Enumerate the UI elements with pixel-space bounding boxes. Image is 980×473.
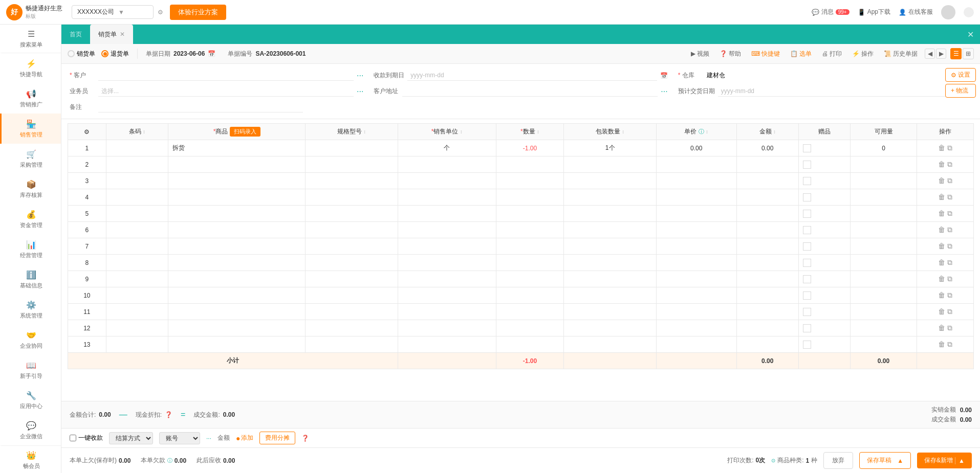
unit-sort-icon[interactable]: ↕ (460, 129, 463, 134)
row-unit-price-2[interactable] (656, 156, 736, 173)
row-spec-2[interactable] (306, 156, 398, 173)
sidebar-item-member[interactable]: 👑 畅会员 (0, 445, 61, 473)
gift-checkbox-11[interactable] (803, 308, 811, 316)
row-unit-price-11[interactable] (656, 304, 736, 320)
row-barcode-3[interactable] (106, 173, 168, 189)
sidebar-item-cooperation[interactable]: 🤝 企业协同 (0, 325, 61, 355)
gift-checkbox-4[interactable] (803, 193, 811, 201)
copy-icon-4[interactable]: ⧉ (947, 193, 952, 201)
row-pack-qty-6[interactable] (564, 222, 656, 238)
salesperson-dots-btn[interactable]: ··· (357, 87, 363, 96)
row-spec-1[interactable] (306, 140, 398, 156)
row-unit-12[interactable] (398, 320, 496, 336)
sidebar-item-guide[interactable]: 📖 新手引导 (0, 355, 61, 385)
logistics-action-btn[interactable]: + 物流 (945, 84, 976, 98)
gift-checkbox-6[interactable] (803, 226, 811, 234)
row-spec-6[interactable] (306, 222, 398, 238)
row-gift-13[interactable] (798, 336, 850, 353)
row-amount-9[interactable] (736, 271, 798, 287)
row-spec-9[interactable] (306, 271, 398, 287)
row-barcode-8[interactable] (106, 255, 168, 271)
select-btn[interactable]: 📋 选单 (787, 49, 815, 59)
row-barcode-2[interactable] (106, 156, 168, 173)
row-gift-7[interactable] (798, 238, 850, 255)
gift-checkbox-8[interactable] (803, 259, 811, 267)
tab-sales-order[interactable]: 销货单 ✕ (90, 25, 133, 44)
row-pack-qty-12[interactable] (564, 320, 656, 336)
discount-question-icon[interactable]: ❓ (165, 411, 172, 418)
owe-question-icon[interactable]: ⓘ (167, 458, 172, 463)
sidebar-item-sales[interactable]: 🏪 销售管理 (0, 114, 61, 144)
sidebar-item-basic[interactable]: ℹ️ 基础信息 (0, 264, 61, 295)
settings-action-btn[interactable]: ⚙ 设置 (945, 68, 976, 82)
row-quantity-9[interactable] (496, 271, 564, 287)
delete-icon-1[interactable]: 🗑 (938, 144, 945, 152)
row-pack-qty-10[interactable] (564, 287, 656, 304)
row-barcode-5[interactable] (106, 206, 168, 222)
product-type-icon[interactable]: ⊙ (771, 458, 775, 463)
row-quantity-1[interactable]: -1.00 (496, 140, 564, 156)
row-gift-9[interactable] (798, 271, 850, 287)
copy-icon-9[interactable]: ⧉ (947, 275, 952, 283)
print-btn[interactable]: 🖨 打印 (819, 49, 845, 59)
salesperson-input[interactable] (98, 86, 354, 97)
row-product-6[interactable] (168, 222, 306, 238)
avatar[interactable] (941, 5, 955, 19)
row-product-8[interactable] (168, 255, 306, 271)
row-barcode-6[interactable] (106, 222, 168, 238)
notes-input[interactable] (98, 102, 303, 112)
sidebar-item-wechat[interactable]: 💬 企业微信 (0, 415, 61, 445)
row-unit-9[interactable] (398, 271, 496, 287)
pack-sort-icon[interactable]: ↕ (622, 129, 624, 134)
row-barcode-11[interactable] (106, 304, 168, 320)
history-btn[interactable]: 📜 历史单据 (881, 49, 921, 59)
row-quantity-10[interactable] (496, 287, 564, 304)
add-payment-btn[interactable]: ● 添加 (236, 434, 253, 442)
gift-checkbox-3[interactable] (803, 177, 811, 185)
video-btn[interactable]: ▶ 视频 (688, 49, 712, 59)
sidebar-item-quicknav[interactable]: ⚡ 快捷导航 (0, 53, 61, 83)
customer-input[interactable] (98, 70, 354, 81)
trial-button[interactable]: 体验行业方案 (170, 5, 226, 20)
collection-date-input[interactable] (407, 70, 657, 81)
row-unit-1[interactable]: 个 (398, 140, 496, 156)
delete-icon-3[interactable]: 🗑 (938, 176, 945, 185)
row-unit-price-12[interactable] (656, 320, 736, 336)
row-barcode-12[interactable] (106, 320, 168, 336)
row-quantity-11[interactable] (496, 304, 564, 320)
save-draft-button[interactable]: 保存草稿 ▲ (859, 452, 911, 469)
row-amount-12[interactable] (736, 320, 798, 336)
row-quantity-13[interactable] (496, 336, 564, 353)
row-product-1[interactable]: 拆货 (168, 140, 306, 156)
row-amount-1[interactable]: 0.00 (736, 140, 798, 156)
gift-checkbox-10[interactable] (803, 291, 811, 300)
copy-icon-11[interactable]: ⧉ (947, 307, 952, 316)
row-spec-10[interactable] (306, 287, 398, 304)
copy-icon-8[interactable]: ⧉ (947, 258, 952, 267)
row-gift-10[interactable] (798, 287, 850, 304)
sidebar-item-purchase[interactable]: 🛒 采购管理 (0, 144, 61, 174)
row-spec-4[interactable] (306, 189, 398, 206)
gift-checkbox-9[interactable] (803, 275, 811, 283)
row-unit-price-8[interactable] (656, 255, 736, 271)
row-product-11[interactable] (168, 304, 306, 320)
row-amount-7[interactable] (736, 238, 798, 255)
row-barcode-1[interactable] (106, 140, 168, 156)
gift-checkbox-1[interactable] (803, 144, 811, 152)
method-select[interactable]: 结算方式 (109, 432, 153, 444)
row-spec-8[interactable] (306, 255, 398, 271)
row-unit-price-10[interactable] (656, 287, 736, 304)
row-gift-5[interactable] (798, 206, 850, 222)
row-quantity-5[interactable] (496, 206, 564, 222)
spec-sort-icon[interactable]: ↕ (363, 129, 366, 134)
delete-icon-8[interactable]: 🗑 (938, 258, 945, 267)
nav-prev[interactable]: ◀ (925, 49, 935, 59)
help-btn[interactable]: ❓ 帮助 (716, 49, 744, 59)
row-amount-3[interactable] (736, 173, 798, 189)
row-amount-11[interactable] (736, 304, 798, 320)
row-spec-3[interactable] (306, 173, 398, 189)
row-spec-7[interactable] (306, 238, 398, 255)
sidebar-item-app[interactable]: 🔧 应用中心 (0, 385, 61, 415)
copy-icon-7[interactable]: ⧉ (947, 242, 952, 251)
row-gift-11[interactable] (798, 304, 850, 320)
